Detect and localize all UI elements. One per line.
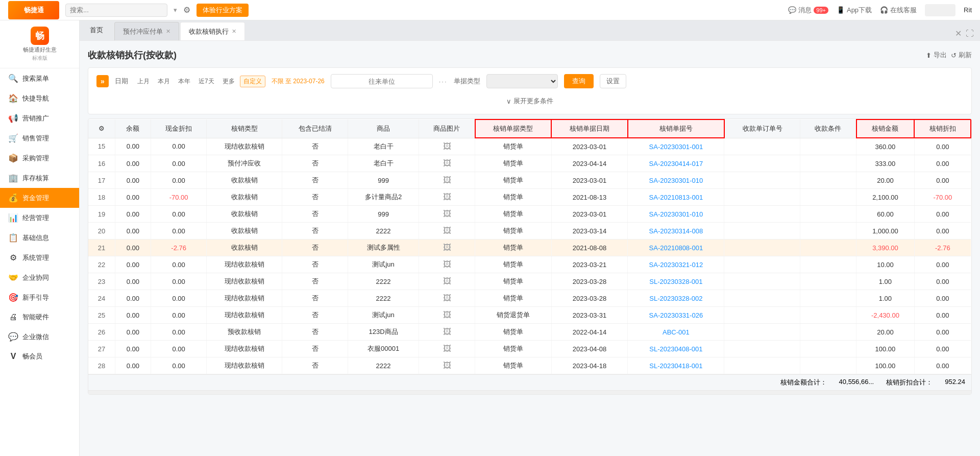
counterparty-input[interactable]	[331, 74, 433, 88]
user-avatar[interactable]	[925, 4, 955, 16]
query-btn[interactable]: 查询	[564, 74, 594, 88]
app-download-btn[interactable]: 📱 App下载	[837, 6, 872, 15]
table-row: 160.000.00预付冲应收否老白干🖼销货单2023-04-14SA-2023…	[88, 155, 971, 172]
row-write-off-type: 收款核销	[207, 172, 282, 189]
scrollbar-hint[interactable]	[88, 390, 971, 394]
expand-more-btn[interactable]: ∨ 展开更多条件	[96, 94, 963, 108]
top-search-input[interactable]	[65, 4, 167, 17]
row-no: 19	[88, 206, 115, 223]
sidebar-item-basic-info[interactable]: 📋 基础信息	[0, 228, 79, 248]
industry-solution-button[interactable]: 体验行业方案	[197, 4, 249, 17]
last-7days-btn[interactable]: 近7天	[195, 76, 217, 87]
sidebar-item-label: 智能硬件	[22, 313, 49, 322]
table-header-row: ⚙ 余额 现金折扣 核销类型 包含已结清 商品 商品图片 核销单据类型 核销单据…	[88, 119, 971, 138]
row-bill-no[interactable]: SA-20230301-001	[628, 138, 724, 155]
row-goods: 2222	[348, 290, 419, 307]
tab-expand-btn[interactable]: ⛶	[966, 29, 974, 38]
sidebar-item-purchase[interactable]: 📦 采购管理	[0, 148, 79, 168]
sidebar-logo-icon: 畅	[31, 27, 49, 45]
row-bill-no[interactable]: SL-20230328-001	[628, 273, 724, 290]
sidebar-item-member[interactable]: V 畅会员	[0, 347, 79, 366]
last-month-btn[interactable]: 上月	[134, 76, 153, 87]
tab-bar: 首页 预付冲应付单 ✕ 收款核销执行 ✕ ✕ ⛶	[80, 20, 980, 41]
table-footer: 核销金额合计： 40,556,66... 核销折扣合计： 952.24	[88, 374, 971, 390]
tab-writeoff[interactable]: 收款核销执行 ✕	[180, 22, 245, 40]
row-discount: 0.00	[914, 341, 971, 357]
home-icon: 🏠	[8, 93, 18, 103]
row-bill-no[interactable]: SA-20230314-008	[628, 223, 724, 239]
more-date-btn[interactable]: 更多	[219, 76, 238, 87]
tab-bar-actions: ✕ ⛶	[955, 29, 980, 40]
headset-icon: 🎧	[880, 6, 888, 14]
row-bill-type: 销货单	[475, 324, 552, 341]
table-row: 210.00-2.76收款核销否测试多属性🖼销货单2021-08-08SA-20…	[88, 239, 971, 256]
table-row: 270.000.00现结收款核销否衣服00001🖼销货单2023-04-08SL…	[88, 341, 971, 357]
tab-prepaid[interactable]: 预付冲应付单 ✕	[114, 22, 179, 40]
table-wrap: ⚙ 余额 现金折扣 核销类型 包含已结清 商品 商品图片 核销单据类型 核销单据…	[88, 118, 972, 395]
filter-expand-btn[interactable]: »	[96, 75, 109, 87]
sidebar-item-marketing[interactable]: 📢 营销推广	[0, 108, 79, 128]
custom-date-btn[interactable]: 自定义	[240, 76, 265, 87]
sidebar-item-label: 采购管理	[22, 154, 49, 163]
sidebar-item-label: 营销推广	[22, 114, 49, 123]
export-btn[interactable]: ⬆ 导出	[926, 51, 947, 60]
sidebar-item-inventory[interactable]: 🏢 库存核算	[0, 168, 79, 188]
row-no: 17	[88, 172, 115, 189]
row-bill-no[interactable]: SL-20230328-002	[628, 290, 724, 307]
row-goods: 测试jun	[348, 307, 419, 324]
sidebar-item-wechat[interactable]: 💬 企业微信	[0, 327, 79, 347]
bill-type-select[interactable]	[486, 74, 558, 88]
message-btn[interactable]: 💬 消息 99+	[788, 6, 828, 15]
row-balance: 0.00	[115, 155, 151, 172]
sidebar-item-hardware[interactable]: 🖨 智能硬件	[0, 307, 79, 327]
row-bill-no[interactable]: SL-20230418-001	[628, 357, 724, 374]
row-amount: 333.00	[856, 155, 915, 172]
tab-home[interactable]: 首页	[80, 20, 113, 40]
row-bill-no[interactable]: SA-20210813-001	[628, 189, 724, 206]
th-amount: 核销金额	[856, 119, 915, 138]
sidebar-item-funds[interactable]: 💰 资金管理	[0, 188, 79, 208]
sidebar-item-label: 搜索菜单	[22, 74, 49, 83]
row-bill-no[interactable]: SA-20230331-026	[628, 307, 724, 324]
tab-writeoff-label: 收款核销执行	[189, 27, 229, 36]
this-year-btn[interactable]: 本年	[175, 76, 193, 87]
row-balance: 0.00	[115, 341, 151, 357]
tab-prepaid-label: 预付冲应付单	[123, 27, 163, 36]
refresh-btn[interactable]: ↺ 刷新	[951, 51, 972, 60]
sidebar-item-system[interactable]: ⚙ 系统管理	[0, 248, 79, 268]
table-row: 280.000.00现结收款核销否2222🖼销货单2023-04-18SL-20…	[88, 357, 971, 374]
row-bill-date: 2023-03-01	[551, 172, 628, 189]
th-discount: 核销折扣	[914, 119, 971, 138]
tab-prepaid-close[interactable]: ✕	[166, 28, 170, 35]
sidebar-item-guide[interactable]: 🎯 新手引导	[0, 287, 79, 307]
row-bill-no[interactable]: SA-20230321-012	[628, 256, 724, 273]
table-row: 260.000.00预收款核销否123D商品🖼销货单2022-04-14ABC-…	[88, 324, 971, 341]
row-bill-date: 2023-03-21	[551, 256, 628, 273]
row-included: 否	[282, 172, 348, 189]
th-settings[interactable]: ⚙	[88, 119, 115, 138]
row-bill-no[interactable]: SL-20230408-001	[628, 341, 724, 357]
sidebar-item-management[interactable]: 📊 经营管理	[0, 208, 79, 228]
filter-setting-btn[interactable]: 设置	[600, 74, 626, 88]
row-bill-no[interactable]: SA-20210808-001	[628, 239, 724, 256]
row-goods-img: 🖼	[419, 155, 475, 172]
sidebar-item-search[interactable]: 🔍 搜索菜单	[0, 68, 79, 88]
row-bill-no[interactable]: SA-20230301-010	[628, 206, 724, 223]
top-arrow-icon[interactable]: ▾	[174, 6, 177, 14]
tab-close-all-btn[interactable]: ✕	[955, 29, 962, 38]
row-write-off-type: 收款核销	[207, 206, 282, 223]
sidebar-item-sales[interactable]: 🛒 销售管理	[0, 128, 79, 148]
this-month-btn[interactable]: 本月	[155, 76, 173, 87]
tab-writeoff-close[interactable]: ✕	[232, 28, 236, 35]
row-bill-no[interactable]: SA-20230301-010	[628, 172, 724, 189]
online-service-btn[interactable]: 🎧 在线客服	[880, 6, 917, 15]
sidebar-item-enterprise[interactable]: 🤝 企业协同	[0, 268, 79, 287]
row-goods: 衣服00001	[348, 341, 419, 357]
row-cash-discount: -2.76	[151, 239, 207, 256]
top-gear-icon[interactable]: ⚙	[183, 5, 190, 15]
row-bill-no[interactable]: ABC-001	[628, 324, 724, 341]
row-bill-no[interactable]: SA-20230414-017	[628, 155, 724, 172]
sidebar-item-nav[interactable]: 🏠 快捷导航	[0, 88, 79, 108]
row-no: 25	[88, 307, 115, 324]
row-condition	[800, 189, 856, 206]
